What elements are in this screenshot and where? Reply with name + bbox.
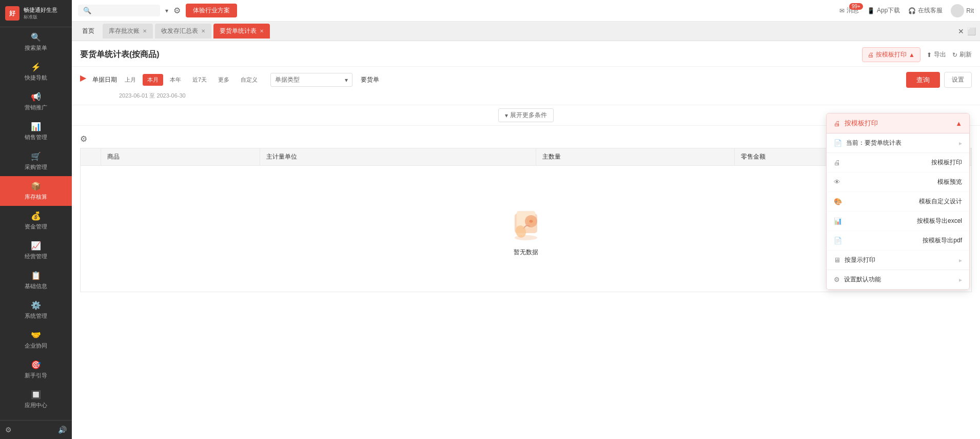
app-download-button[interactable]: 📱 App下载 [867,6,900,15]
this-year-btn[interactable]: 本年 [165,74,186,86]
tab-order-stats-label: 要货单统计表 [220,27,257,35]
refresh-icon: ↻ [952,51,957,59]
template-design-label: 模板自定义设计 [919,197,962,206]
settings-footer-icon[interactable]: ⚙ [5,426,12,434]
col-unit: 主计量单位 [260,148,536,166]
template-design-icon: 🎨 [834,198,842,205]
print-template-button[interactable]: 🖨 按模板打印 ▲ [862,47,920,62]
expand-conditions-btn[interactable]: ▾ 展开更多条件 [498,108,554,122]
filter-toggle-icon[interactable]: ▶ [80,73,86,83]
prev-month-btn[interactable]: 上月 [120,74,141,86]
sidebar-item-wechat[interactable]: 💬 企业微信 [0,414,72,420]
empty-text: 暂无数据 [514,248,538,257]
empty-illustration [505,201,546,242]
sidebar-logo: 好 畅捷通好生意 标准版 [0,0,72,27]
print-icon: 🖨 [868,51,874,59]
query-button[interactable]: 查询 [906,72,940,88]
tab-order-stats-close[interactable]: ✕ [260,28,264,34]
sidebar-item-operations[interactable]: 📈 经营管理 [0,236,72,265]
set-default-arrow: ▸ [959,276,962,283]
dropdown-close-icon[interactable]: ▲ [955,120,962,127]
sidebar-item-guide[interactable]: 🎯 新手引导 [0,355,72,385]
date-label: 单据日期 [92,75,117,84]
refresh-button[interactable]: ↻ 刷新 [952,50,972,59]
search-icon: 🔍 [83,7,91,14]
custom-btn[interactable]: 自定义 [236,74,262,86]
sidebar-item-cooperation[interactable]: 🤝 企业协同 [0,325,72,355]
refresh-label: 刷新 [959,50,972,59]
trial-button[interactable]: 体验行业方案 [186,4,237,17]
col-settings [81,148,101,166]
sidebar-item-label: 快捷导航 [25,74,47,82]
col-goods: 商品 [101,148,260,166]
sidebar-item-inventory[interactable]: 📦 库存核算 [0,176,72,206]
operations-icon: 📈 [31,241,41,251]
topbar-settings-icon[interactable]: ⚙ [173,6,181,15]
print-dropdown-panel: 🖨 按模板打印 ▲ 📄 当前：要货单统计表 ▸ 🖨 按模板打印 👁 [826,113,970,290]
dropdown-item-export-excel[interactable]: 📊 按模板导出excel [827,212,969,231]
tab-receipt-summary-label: 收发存汇总表 [161,27,198,35]
sidebar-item-search[interactable]: 🔍 搜索菜单 [0,27,72,57]
settings-button[interactable]: 设置 [944,72,972,88]
table-settings-icon[interactable]: ⚙ [80,134,87,144]
tab-order-stats[interactable]: 要货单统计表 ✕ [213,24,270,39]
close-all-tabs-icon[interactable]: ✕ [958,27,964,35]
sidebar-item-label: 库存核算 [25,193,47,201]
tab-batch-account[interactable]: 库存批次账 ✕ [103,24,153,39]
topbar-search-box[interactable]: 🔍 [78,5,160,16]
7days-btn[interactable]: 近7天 [188,74,211,86]
template-icon: 📄 [834,139,842,147]
doc-type-filter[interactable]: 单据类型 ▾ [270,73,352,87]
sidebar-item-system[interactable]: ⚙️ 系统管理 [0,295,72,325]
basic-icon: 📋 [31,271,41,280]
dropdown-display-print[interactable]: 🖥 按显示打印 ▸ [827,251,969,270]
more-btn[interactable]: 更多 [213,74,234,86]
dropdown-item-template-design[interactable]: 🎨 模板自定义设计 [827,192,969,212]
sidebar-item-basic[interactable]: 📋 基础信息 [0,265,72,295]
dropdown-set-default[interactable]: ⚙ 设置默认功能 ▸ [827,270,969,290]
export-excel-label: 按模板导出excel [917,217,962,225]
app-download-label: App下载 [877,6,900,15]
sound-footer-icon[interactable]: 🔊 [58,426,67,434]
sidebar-item-sales[interactable]: 📊 销售管理 [0,117,72,146]
app-download-icon: 📱 [867,7,875,14]
user-avatar[interactable]: Rit [951,4,974,17]
messages-badge: 99+ [849,3,863,10]
sidebar-item-quick-nav[interactable]: ⚡ 快捷导航 [0,57,72,87]
this-month-btn[interactable]: 本月 [143,74,163,86]
tab-batch-account-label: 库存批次账 [109,27,140,35]
dropdown-current-template[interactable]: 📄 当前：要货单统计表 ▸ [827,133,969,153]
sidebar-item-label: 基础信息 [25,282,47,290]
topbar-dropdown[interactable]: ▾ [165,7,168,14]
sidebar-item-purchase[interactable]: 🛒 采购管理 [0,146,72,176]
sidebar-item-marketing[interactable]: 📢 营销推广 [0,87,72,117]
page-title: 要货单统计表(按商品) [80,49,160,60]
dropdown-item-template-preview[interactable]: 👁 模板预览 [827,173,969,192]
goods-type-label: 要货单 [361,75,379,84]
current-template-label: 当前：要货单统计表 [846,139,901,147]
tab-batch-account-close[interactable]: ✕ [143,28,147,34]
export-excel-icon: 📊 [834,217,842,225]
doc-type-arrow: ▾ [345,77,348,84]
expand-label: 展开更多条件 [510,111,547,120]
expand-icon: ▾ [505,112,508,119]
online-service-button[interactable]: 🎧 在线客服 [908,6,943,15]
dropdown-item-template-print[interactable]: 🖨 按模板打印 [827,153,969,173]
search-input[interactable] [94,7,146,14]
sidebar-item-label: 资金管理 [25,223,47,231]
maximize-icon[interactable]: ⬜ [967,27,976,35]
tab-receipt-summary-close[interactable]: ✕ [201,28,205,34]
sidebar-item-finance[interactable]: 💰 资金管理 [0,206,72,236]
tab-receipt-summary[interactable]: 收发存汇总表 ✕ [155,24,211,39]
messages-button[interactable]: ✉ 消息 99+ [839,6,859,15]
service-icon: 🎧 [908,7,916,14]
dropdown-header: 🖨 按模板打印 ▲ [827,113,969,133]
app-badge: 标准版 [24,14,57,21]
dropdown-item-export-pdf[interactable]: 📄 按模板导出pdf [827,231,969,251]
tab-home[interactable]: 首页 [76,24,101,39]
export-button[interactable]: ⬆ 导出 [927,50,946,59]
display-print-arrow: ▸ [959,257,962,264]
sidebar-item-label: 搜索菜单 [25,44,47,52]
top-actions: 🖨 按模板打印 ▲ ⬆ 导出 ↻ 刷新 [862,47,972,62]
sidebar-item-apps[interactable]: 🔲 应用中心 [0,385,72,414]
